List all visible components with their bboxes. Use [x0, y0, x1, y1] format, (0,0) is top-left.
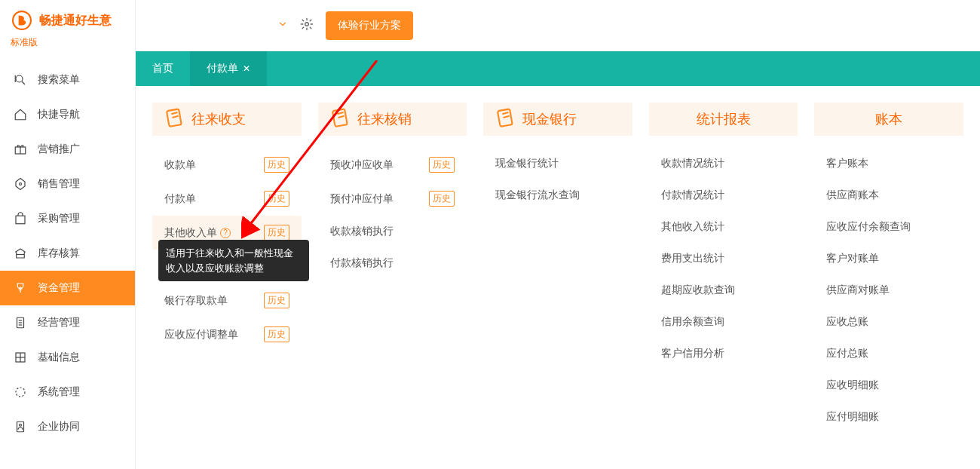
org-name — [149, 12, 270, 39]
menu-item[interactable]: 供应商账本 — [814, 179, 963, 211]
menu-item-label: 付款核销执行 — [330, 256, 394, 270]
history-badge[interactable]: 历史 — [264, 225, 289, 241]
menu-item[interactable]: 收款单历史 — [152, 148, 302, 182]
industry-solution-button[interactable]: 体验行业方案 — [326, 11, 413, 40]
sidebar-item-0[interactable]: 搜索菜单 — [0, 63, 135, 97]
history-badge[interactable]: 历史 — [264, 326, 289, 342]
column-body: 收款情况统计付款情况统计其他收入统计费用支出统计超期应收款查询信用余额查询客户信… — [649, 136, 798, 369]
sidebar-item-5[interactable]: 库存核算 — [0, 236, 135, 271]
doc-icon — [14, 316, 27, 330]
svg-line-28 — [504, 115, 510, 117]
home-icon — [14, 108, 27, 121]
menu-item[interactable]: 费用支出统计 — [649, 243, 798, 274]
brand-edition: 标准版 — [0, 36, 135, 57]
svg-line-2 — [22, 81, 25, 84]
menu-item[interactable]: 银行存取款单历史 — [152, 284, 302, 317]
column-header: 统计报表 — [649, 103, 798, 136]
history-badge[interactable]: 历史 — [264, 191, 289, 207]
column-1: 往来核销预收冲应收单历史预付冲应付单历史收款核销执行付款核销执行 — [318, 103, 467, 469]
menu-item-label: 预付冲应付单 — [330, 192, 394, 206]
menu-item-label: 收款情况统计 — [661, 157, 724, 170]
help-icon[interactable]: ? — [220, 228, 231, 238]
menu-item[interactable]: 应收明细账 — [814, 369, 963, 401]
column-title: 往来核销 — [357, 110, 412, 128]
history-badge[interactable]: 历史 — [429, 191, 455, 207]
sidebar-item-8[interactable]: 基础信息 — [0, 340, 135, 375]
sidebar-item-6[interactable]: 资金管理 — [0, 271, 135, 305]
gift-icon — [14, 143, 27, 156]
menu-item[interactable]: 应付明细账 — [814, 401, 963, 433]
menu-item[interactable]: 现金银行流水查询 — [483, 179, 632, 211]
column-0: 往来收支收款单历史付款单历史其他收入单?历史其他支出单历史银行存取款单历史应收应… — [152, 103, 302, 469]
team-icon — [14, 420, 27, 434]
sidebar-item-1[interactable]: 快捷导航 — [0, 97, 135, 132]
sidebar-item-label: 营销推广 — [38, 143, 80, 156]
menu-item-label: 银行存取款单 — [164, 294, 228, 308]
column-body: 客户账本供应商账本应收应付余额查询客户对账单供应商对账单应收总账应付总账应收明细… — [814, 136, 963, 433]
menu-item[interactable]: 超期应收款查询 — [649, 274, 798, 306]
column-title: 往来收支 — [191, 110, 246, 128]
menu-item[interactable]: 付款情况统计 — [649, 179, 798, 211]
column-title: 现金银行 — [522, 110, 577, 128]
sidebar-item-2[interactable]: 营销推广 — [0, 132, 135, 167]
menu-item[interactable]: 预收冲应收单历史 — [318, 148, 467, 182]
gear-icon[interactable] — [296, 13, 318, 38]
column-4: 账本客户账本供应商账本应收应付余额查询客户对账单供应商对账单应收总账应付总账应收… — [814, 103, 963, 469]
sidebar-item-label: 销售管理 — [38, 177, 80, 191]
svg-point-19 — [305, 23, 309, 26]
menu-item-label: 付款情况统计 — [661, 189, 724, 202]
menu-item-label: 应收总账 — [826, 315, 868, 329]
doc-icon — [330, 107, 351, 132]
sidebar-item-label: 企业协同 — [38, 420, 80, 434]
money-icon — [14, 281, 27, 295]
menu-item-label: 应收应付余额查询 — [826, 220, 911, 234]
history-badge[interactable]: 历史 — [264, 293, 289, 308]
tab-1[interactable]: 付款单✕ — [190, 51, 267, 86]
menu-item-label: 信用余额查询 — [661, 315, 724, 329]
menu-item-label: 其他收入统计 — [661, 220, 724, 234]
sidebar-item-3[interactable]: 销售管理 — [0, 167, 135, 201]
menu-item[interactable]: 收款核销执行 — [318, 216, 467, 247]
chevron-down-icon[interactable] — [277, 19, 288, 32]
menu-item[interactable]: 收款情况统计 — [649, 148, 798, 179]
menu-item-label: 应收明细账 — [826, 379, 879, 392]
menu-item-label: 客户账本 — [826, 157, 868, 170]
menu-item[interactable]: 其他收入统计 — [649, 211, 798, 243]
menu-item[interactable]: 信用余额查询 — [649, 306, 798, 338]
menu-item-label: 客户信用分析 — [661, 347, 724, 360]
history-badge[interactable]: 历史 — [429, 157, 455, 173]
menu-item[interactable]: 现金银行统计 — [483, 148, 632, 179]
menu-item[interactable]: 应收应付余额查询 — [814, 211, 963, 243]
sidebar-item-9[interactable]: 系统管理 — [0, 375, 135, 409]
menu-item[interactable]: 供应商对账单 — [814, 274, 963, 306]
close-icon[interactable]: ✕ — [243, 63, 250, 74]
menu-item[interactable]: 客户账本 — [814, 148, 963, 179]
sidebar-item-7[interactable]: 经营管理 — [0, 305, 135, 340]
column-body: 现金银行统计现金银行流水查询 — [483, 136, 632, 211]
search-icon — [14, 73, 27, 87]
svg-rect-7 — [16, 216, 25, 224]
menu-item-label: 预收冲应收单 — [330, 158, 394, 172]
menu-item[interactable]: 付款核销执行 — [318, 247, 467, 279]
tab-0[interactable]: 首页 — [136, 51, 190, 86]
history-badge[interactable]: 历史 — [264, 157, 289, 173]
sidebar-item-4[interactable]: 采购管理 — [0, 201, 135, 236]
bag-icon — [14, 212, 27, 225]
main-area: 体验行业方案 首页付款单✕ 往来收支收款单历史付款单历史其他收入单?历史其他支出… — [136, 0, 980, 469]
column-3: 统计报表收款情况统计付款情况统计其他收入统计费用支出统计超期应收款查询信用余额查… — [649, 103, 798, 469]
menu-item[interactable]: 应收总账 — [814, 306, 963, 338]
tab-bar: 首页付款单✕ — [136, 51, 980, 86]
menu-item[interactable]: 应收应付调整单历史 — [152, 317, 302, 351]
column-title: 统计报表 — [697, 110, 751, 128]
menu-item[interactable]: 付款单历史 — [152, 182, 302, 216]
tab-label: 首页 — [152, 62, 173, 75]
sale-icon — [14, 177, 27, 191]
sidebar-item-10[interactable]: 企业协同 — [0, 409, 135, 444]
sidebar-item-label: 快捷导航 — [38, 108, 80, 121]
menu-item[interactable]: 客户信用分析 — [649, 338, 798, 369]
sidebar-item-label: 资金管理 — [38, 281, 80, 295]
stock-icon — [14, 247, 27, 260]
menu-item[interactable]: 应付总账 — [814, 338, 963, 369]
menu-item[interactable]: 预付冲应付单历史 — [318, 182, 467, 216]
menu-item[interactable]: 客户对账单 — [814, 243, 963, 274]
